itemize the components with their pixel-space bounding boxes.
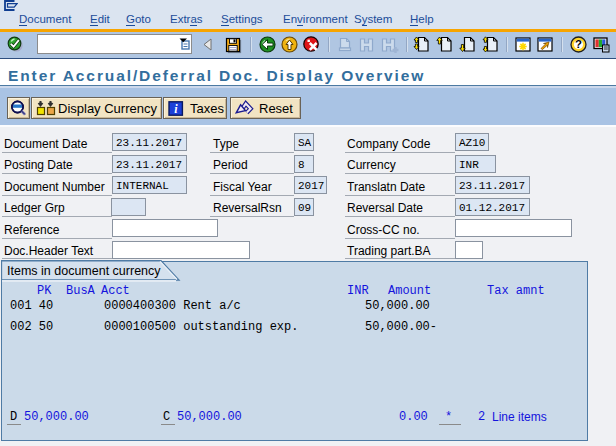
svg-text:?: ?: [575, 38, 582, 50]
